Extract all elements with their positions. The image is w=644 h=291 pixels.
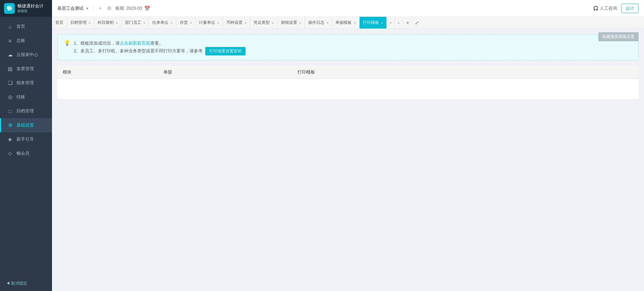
tab-currency-close-icon[interactable]: × [245, 21, 247, 25]
sidebar-item-reports[interactable]: ☁ 云报表中心 [0, 48, 52, 62]
tab-next-btn[interactable]: › [395, 17, 403, 29]
tab-subject-close-icon[interactable]: × [116, 21, 118, 25]
app-sub: 旗舰版 [17, 9, 44, 13]
period-value: 2023-03 [126, 6, 142, 11]
service-label: 人工咨询 [600, 5, 617, 11]
tab-currency[interactable]: 币种设置 × [223, 17, 250, 29]
notice-text: 1、模板添加成功后，请点击刷新新页面查看。 2、多员工、多打印机、多种业务类型设… [74, 39, 246, 55]
sidebar-item-tax[interactable]: ❑ 税务管理 [0, 76, 52, 90]
tab-department[interactable]: 部门员工 × [122, 17, 149, 29]
tab-voucher-type[interactable]: 凭证类型 × [250, 17, 277, 29]
col-module: 模块 [57, 66, 158, 79]
tab-print-template-close-icon[interactable]: × [381, 21, 383, 25]
main-area: 基层工会测试 ▼ ＋ ⚙ 账期 2023-03 📅 🎧 人工咨询 会计 首页 归… [52, 0, 644, 291]
settings-gear-icon[interactable]: ⚙ [107, 5, 111, 11]
sidebar-item-guide[interactable]: ◈ 新手引导 [0, 132, 52, 146]
notice-line1: 1、模板添加成功后，请点击刷新新页面查看。 [74, 39, 246, 47]
tab-voucher-type-close-icon[interactable]: × [272, 21, 274, 25]
tax-icon: ❑ [7, 80, 13, 86]
sidebar: 畅 畅捷通好会计 旗舰版 ⌂ 首页 ≡ 总账 ☁ 云报表中心 ▤ 发票管理 ❑ … [0, 0, 52, 291]
tabbar: 首页 归档管理 × 科目期初 × 部门员工 × 往来单位 × 存货 × 计量单位… [52, 17, 644, 29]
sidebar-item-settings-label: 基础设置 [16, 122, 34, 128]
tab-unit-close-icon[interactable]: × [217, 21, 219, 25]
topbar: 基层工会测试 ▼ ＋ ⚙ 账期 2023-03 📅 🎧 人工咨询 会计 [52, 0, 644, 17]
tab-close-all-btn[interactable]: × [403, 17, 412, 29]
sidebar-item-member[interactable]: ◇ 畅会员 [0, 146, 52, 160]
topbar-divider-1 [93, 5, 94, 12]
guide-icon: ◈ [7, 136, 13, 142]
tab-print-template-label: 打印模板 [363, 20, 379, 26]
account-btn[interactable]: 会计 [621, 4, 639, 13]
content-wrapper: 💡 1、模板添加成功后，请点击刷新新页面查看。 2、多员工、多打印机、多种业务类… [52, 29, 644, 291]
tab-archive-label: 归档管理 [70, 20, 87, 26]
notice-bulb-icon: 💡 [64, 40, 70, 46]
sidebar-item-invoice-label: 发票管理 [16, 66, 34, 72]
period-label: 账期 [115, 5, 124, 11]
settings-icon: ⚙ [7, 122, 13, 128]
print-scene-btn[interactable]: 打印场景设置宣明 [205, 47, 246, 55]
sidebar-unpin-btn[interactable]: ◀ 取消固定 [0, 276, 52, 291]
tab-tax-settings[interactable]: 财税设置 × [278, 17, 305, 29]
notice-line2-prefix: 2、多员工、多打印机、多种业务类型设置不同打印方案等，请参考 [74, 48, 203, 53]
tab-subject[interactable]: 科目期初 × [94, 17, 121, 29]
tab-operation-log-close-icon[interactable]: × [326, 21, 328, 25]
tab-partner[interactable]: 往来单位 × [149, 17, 176, 29]
tab-expand-btn[interactable]: ⤢ [412, 17, 422, 29]
tab-single-template[interactable]: 单据模板 × [332, 17, 359, 29]
table-header: 模块 单据 打印模板 [57, 66, 639, 79]
topbar-right: 🎧 人工咨询 会计 [593, 4, 639, 13]
tab-inventory[interactable]: 存货 × [176, 17, 196, 29]
col-document: 单据 [158, 66, 292, 79]
tab-subject-label: 科目期初 [98, 20, 114, 26]
sidebar-item-ledger-label: 总账 [16, 38, 25, 44]
tab-archive-close-icon[interactable]: × [89, 21, 91, 25]
home-icon: ⌂ [7, 24, 13, 30]
company-selector[interactable]: 基层工会测试 ▼ [57, 5, 89, 11]
notice-line1-prefix: 1、模板添加成功后，请 [74, 41, 120, 46]
tab-department-close-icon[interactable]: × [143, 21, 145, 25]
sidebar-item-close[interactable]: ◎ 结账 [0, 90, 52, 104]
notice-box: 💡 1、模板添加成功后，请点击刷新新页面查看。 2、多员工、多打印机、多种业务类… [57, 34, 639, 60]
sidebar-item-home[interactable]: ⌂ 首页 [0, 19, 52, 34]
tab-archive[interactable]: 归档管理 × [67, 17, 94, 29]
sidebar-item-archive[interactable]: □ 归档管理 [0, 104, 52, 118]
sidebar-item-ledger[interactable]: ≡ 总账 [0, 34, 52, 48]
tab-print-template[interactable]: 打印模板 × [360, 17, 387, 29]
sidebar-item-member-label: 畅会员 [16, 150, 30, 156]
table-container: 模块 单据 打印模板 [57, 66, 639, 99]
tab-operation-log[interactable]: 操作日志 × [305, 17, 332, 29]
tab-currency-label: 币种设置 [226, 20, 243, 26]
notice-line2: 2、多员工、多打印机、多种业务类型设置不同打印方案等，请参考 打印场景设置宣明 [74, 47, 246, 55]
member-icon: ◇ [7, 150, 13, 156]
company-arrow-icon: ▼ [86, 6, 89, 10]
tab-tax-settings-close-icon[interactable]: × [299, 21, 301, 25]
tab-single-template-label: 单据模板 [335, 20, 352, 26]
sidebar-item-tax-label: 税务管理 [16, 80, 34, 86]
tab-inventory-close-icon[interactable]: × [190, 21, 192, 25]
tab-prev-btn[interactable]: ‹ [387, 17, 395, 29]
tab-department-label: 部门员工 [125, 20, 141, 26]
notice-refresh-link[interactable]: 点击刷新新页面 [120, 41, 150, 46]
tab-home[interactable]: 首页 [52, 17, 67, 29]
tab-single-template-close-icon[interactable]: × [354, 21, 356, 25]
service-btn[interactable]: 🎧 人工咨询 [593, 5, 617, 11]
period-display: 账期 2023-03 📅 [115, 5, 150, 11]
archive-icon: □ [7, 108, 13, 114]
add-tab-btn[interactable]: ＋ [98, 5, 103, 12]
calendar-icon[interactable]: 📅 [144, 6, 150, 11]
reports-icon: ☁ [7, 52, 13, 58]
sidebar-item-settings[interactable]: ⚙ 基础设置 [0, 118, 52, 132]
content-inner: 💡 1、模板添加成功后，请点击刷新新页面查看。 2、多员工、多打印机、多种业务类… [52, 29, 644, 104]
tab-partner-label: 往来单位 [152, 20, 168, 26]
sidebar-item-reports-label: 云报表中心 [16, 52, 38, 58]
hide-template-btn[interactable]: 隐藏预置模板设置 [598, 32, 639, 41]
tab-partner-close-icon[interactable]: × [170, 21, 172, 25]
tab-unit-label: 计量单位 [199, 20, 215, 26]
sidebar-item-invoice[interactable]: ▤ 发票管理 [0, 62, 52, 76]
col-print-template: 打印模板 [292, 66, 639, 79]
tab-unit[interactable]: 计量单位 × [196, 17, 223, 29]
tab-inventory-label: 存货 [180, 20, 188, 26]
sidebar-item-guide-label: 新手引导 [16, 136, 34, 142]
unpin-label: ◀ 取消固定 [6, 281, 27, 286]
app-name: 畅捷通好会计 [17, 3, 44, 9]
